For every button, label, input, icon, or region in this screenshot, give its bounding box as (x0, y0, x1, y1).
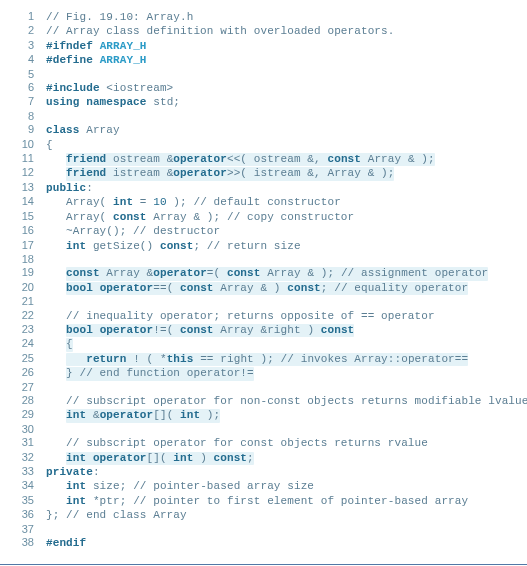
line-code: } // end function operator!= (46, 366, 254, 380)
line-number: 7 (0, 95, 46, 108)
line-code: // subscript operator for const objects … (46, 436, 428, 450)
code-line: 17 int getSize() const; // return size (0, 239, 523, 253)
line-number: 17 (0, 239, 46, 252)
line-number: 26 (0, 366, 46, 379)
line-number: 2 (0, 24, 46, 37)
code-line: 13public: (0, 181, 523, 195)
code-line: 4#define ARRAY_H (0, 53, 523, 67)
line-number: 33 (0, 465, 46, 478)
code-line: 1// Fig. 19.10: Array.h (0, 10, 523, 24)
code-line: 5 (0, 68, 523, 81)
code-line: 8 (0, 110, 523, 123)
line-code: }; // end class Array (46, 508, 187, 522)
line-code: friend istream &operator>>( istream &, A… (46, 166, 394, 180)
line-number: 27 (0, 381, 46, 394)
line-code: int *ptr; // pointer to first element of… (46, 494, 468, 508)
code-line: 38#endif (0, 536, 523, 550)
code-line: 21 (0, 295, 523, 308)
line-number: 18 (0, 253, 46, 266)
code-line: 22 // inequality operator; returns oppos… (0, 309, 523, 323)
code-line: 14 Array( int = 10 ); // default constru… (0, 195, 523, 209)
line-code: const Array &operator=( const Array & );… (46, 266, 488, 280)
line-number: 25 (0, 352, 46, 365)
line-number: 4 (0, 53, 46, 66)
code-line: 23 bool operator!=( const Array &right )… (0, 323, 523, 337)
line-code: bool operator==( const Array & ) const; … (46, 281, 468, 295)
line-code: // Array class definition with overloade… (46, 24, 394, 38)
code-line: 19 const Array &operator=( const Array &… (0, 266, 523, 280)
line-code: Array( const Array & ); // copy construc… (46, 210, 354, 224)
line-code: // subscript operator for non-const obje… (46, 394, 527, 408)
code-line: 27 (0, 381, 523, 394)
line-number: 37 (0, 523, 46, 536)
code-line: 3#ifndef ARRAY_H (0, 39, 523, 53)
code-line: 32 int operator[]( int ) const; (0, 451, 523, 465)
line-number: 23 (0, 323, 46, 336)
line-code: return ! ( *this == right ); // invokes … (46, 352, 468, 366)
line-code: int operator[]( int ) const; (46, 451, 254, 465)
line-code: // inequality operator; returns opposite… (46, 309, 435, 323)
line-number: 15 (0, 210, 46, 223)
code-line: 31 // subscript operator for const objec… (0, 436, 523, 450)
code-line: 15 Array( const Array & ); // copy const… (0, 210, 523, 224)
line-number: 36 (0, 508, 46, 521)
line-code: private: (46, 465, 100, 479)
line-code: { (46, 138, 53, 152)
line-number: 11 (0, 152, 46, 165)
code-line: 7using namespace std; (0, 95, 523, 109)
line-number: 16 (0, 224, 46, 237)
code-line: 35 int *ptr; // pointer to first element… (0, 494, 523, 508)
line-code: #include <iostream> (46, 81, 173, 95)
line-number: 38 (0, 536, 46, 549)
line-code: friend ostream &operator<<( ostream &, c… (46, 152, 435, 166)
line-number: 29 (0, 408, 46, 421)
code-line: 9class Array (0, 123, 523, 137)
code-line: 6#include <iostream> (0, 81, 523, 95)
line-number: 21 (0, 295, 46, 308)
code-line: 36}; // end class Array (0, 508, 523, 522)
code-line: 25 return ! ( *this == right ); // invok… (0, 352, 523, 366)
line-code: int &operator[]( int ); (46, 408, 220, 422)
code-line: 26 } // end function operator!= (0, 366, 523, 380)
line-number: 35 (0, 494, 46, 507)
line-number: 31 (0, 436, 46, 449)
line-code: int size; // pointer-based array size (46, 479, 314, 493)
line-code: class Array (46, 123, 120, 137)
line-number: 19 (0, 266, 46, 279)
code-line: 18 (0, 253, 523, 266)
code-line: 34 int size; // pointer-based array size (0, 479, 523, 493)
code-line: 10{ (0, 138, 523, 152)
code-line: 30 (0, 423, 523, 436)
code-line: 24 { (0, 337, 523, 351)
line-code: #endif (46, 536, 86, 550)
line-number: 6 (0, 81, 46, 94)
line-number: 5 (0, 68, 46, 81)
line-number: 14 (0, 195, 46, 208)
line-number: 1 (0, 10, 46, 23)
line-code: bool operator!=( const Array &right ) co… (46, 323, 354, 337)
code-line: 29 int &operator[]( int ); (0, 408, 523, 422)
code-line: 20 bool operator==( const Array & ) cons… (0, 281, 523, 295)
line-number: 9 (0, 123, 46, 136)
line-number: 28 (0, 394, 46, 407)
code-line: 33private: (0, 465, 523, 479)
line-number: 20 (0, 281, 46, 294)
code-line: 2// Array class definition with overload… (0, 24, 523, 38)
line-number: 30 (0, 423, 46, 436)
line-code: #define ARRAY_H (46, 53, 147, 67)
line-number: 24 (0, 337, 46, 350)
line-code: // Fig. 19.10: Array.h (46, 10, 193, 24)
code-line: 37 (0, 523, 523, 536)
line-code: public: (46, 181, 93, 195)
code-line: 16 ~Array(); // destructor (0, 224, 523, 238)
code-listing: 1// Fig. 19.10: Array.h2// Array class d… (0, 0, 527, 556)
line-code: #ifndef ARRAY_H (46, 39, 147, 53)
code-line: 12 friend istream &operator>>( istream &… (0, 166, 523, 180)
line-number: 22 (0, 309, 46, 322)
line-number: 10 (0, 138, 46, 151)
code-line: 11 friend ostream &operator<<( ostream &… (0, 152, 523, 166)
line-number: 12 (0, 166, 46, 179)
line-number: 34 (0, 479, 46, 492)
line-code: Array( int = 10 ); // default constructo… (46, 195, 341, 209)
code-line: 28 // subscript operator for non-const o… (0, 394, 523, 408)
